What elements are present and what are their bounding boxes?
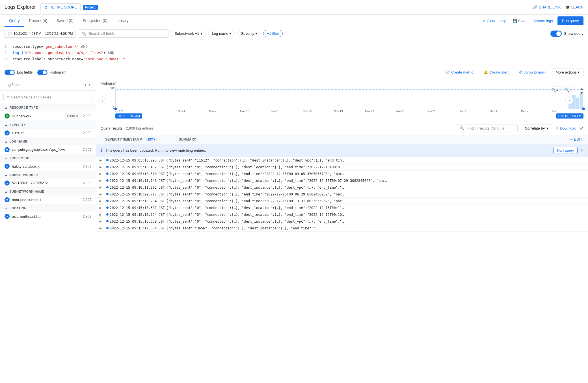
log-name-header[interactable]: ▲ LOG NAME: [0, 137, 96, 145]
histogram-title: Histogram: [101, 81, 583, 85]
row-summary: {"bytes_sent":"0", "connection":{…}, "en…: [166, 199, 585, 203]
severity-filter-chip[interactable]: Severity ▾: [237, 30, 261, 37]
log-row[interactable]: ▶ 2022-12-15 09:15:10.724 JST {"bytes_se…: [96, 211, 588, 218]
subnetwork-id-item[interactable]: ★ 5221380311728735272 2,909: [0, 179, 96, 187]
log-row[interactable]: ▶ 2022-12-15 09:15:10.381 JST {"bytes_se…: [96, 205, 588, 211]
location-item[interactable]: ★ asia-northeast1-a 2,909: [0, 212, 96, 221]
search-fields-input[interactable]: [11, 95, 89, 99]
share-icon: 🔗: [533, 5, 537, 9]
query-line-2: 2 log_id("compute.googleapis.com/vpc_flo…: [5, 50, 583, 56]
log-fields-toggle[interactable]: [5, 70, 15, 75]
subnetwork-name-item[interactable]: ★ data-poc-subnet-1 2,909: [0, 195, 96, 204]
correlate-by-button[interactable]: Correlate by ▾: [521, 124, 552, 132]
location-icon: ★: [5, 214, 10, 219]
zoom-in-button[interactable]: 🔍+: [549, 87, 561, 94]
chevron-up-icon5: ▲: [5, 173, 8, 177]
location-header[interactable]: ▲ LOCATION: [0, 204, 96, 212]
main-content: Log fields ‹ › ≡ ▲ RESOURCE TYPE ✓ Subne…: [0, 79, 588, 383]
search-all-fields-input[interactable]: [88, 31, 165, 36]
row-timestamp: 2022-12-15 09:10:29.717 JST: [110, 192, 166, 196]
default-severity-item[interactable]: ★ Default 2,909: [0, 129, 96, 137]
histogram-toggle[interactable]: [37, 70, 47, 75]
close-banner-button[interactable]: ×: [580, 148, 583, 153]
log-row[interactable]: ▶ 2022-12-15 09:05:10.510 JST {"bytes_se…: [96, 171, 588, 177]
scroll-down-button[interactable]: ▼: [580, 91, 583, 95]
log-row[interactable]: ▶ 2022-12-15 09:15:16.638 JST {"bytes_se…: [96, 218, 588, 225]
subnetwork-filter-chip[interactable]: Subnetwork +1 ▾: [171, 30, 206, 37]
stream-logs-button[interactable]: Stream logs: [531, 17, 555, 25]
plus-filter-button[interactable]: +1 filter: [263, 30, 283, 37]
subnetwork-clear[interactable]: Subnetwork Clear ×: [64, 113, 81, 119]
row-expand-icon[interactable]: ▶: [100, 226, 105, 230]
learn-button[interactable]: 🎓 LEARN: [565, 5, 583, 9]
run-query-banner-button[interactable]: Run query: [554, 147, 578, 154]
fullscreen-button[interactable]: ⤢: [580, 126, 583, 131]
row-expand-icon[interactable]: ▶: [100, 199, 105, 203]
project-badge: Project: [83, 5, 98, 10]
subnetwork-item[interactable]: ✓ Subnetwork Subnetwork Clear × 2,909: [0, 111, 96, 121]
row-expand-icon[interactable]: ▶: [100, 219, 105, 223]
subnetwork-id-header[interactable]: ▲ SUBNETWORK ID: [0, 171, 96, 179]
find-in-results-input[interactable]: [466, 126, 514, 130]
query-results-title: Query results: [101, 126, 122, 130]
refine-scope-button[interactable]: ⚙ REFINE SCOPE: [40, 3, 81, 11]
download-button[interactable]: ⬇ Download: [555, 126, 576, 130]
clear-query-button[interactable]: ⊘ Clear query: [480, 17, 508, 25]
chevron-up-icon: ▲: [5, 106, 8, 109]
panel-right-arrow[interactable]: ›: [88, 82, 91, 87]
row-expand-icon[interactable]: ▶: [100, 212, 105, 216]
tab-saved[interactable]: Saved (0): [52, 15, 78, 27]
log-row[interactable]: ▶ 2022-12-15 09:15:10.294 JST {"bytes_se…: [96, 198, 588, 205]
log-row[interactable]: ▶ 2022-12-15 09:15:17.684 JST {"bytes_se…: [96, 225, 588, 232]
row-expand-icon[interactable]: ▶: [100, 178, 105, 182]
project-id-header[interactable]: ▲ PROJECT ID: [0, 154, 96, 162]
panel-left-arrow[interactable]: ‹: [84, 82, 87, 87]
show-query-label: Show query: [564, 31, 583, 36]
tab-suggested[interactable]: Suggested (0): [78, 15, 112, 27]
row-expand-icon[interactable]: ▶: [100, 206, 105, 209]
histogram-label: Histogram: [50, 70, 66, 74]
chevron-up-icon4: ▲: [5, 156, 8, 160]
log-row[interactable]: ▶ 2022-12-15 09:10:11.746 JST {"bytes_se…: [96, 177, 588, 184]
row-expand-icon[interactable]: ▶: [100, 192, 105, 196]
tab-query[interactable]: Query: [5, 15, 24, 27]
default-count: 2,909: [83, 131, 91, 135]
col-timestamp-header[interactable]: TIMESTAMP ↑ JST ▾: [122, 137, 179, 141]
subnetwork-label: Subnetwork: [12, 114, 62, 118]
run-query-button[interactable]: Run query: [557, 16, 583, 25]
more-actions-button[interactable]: More actions ▾: [552, 68, 583, 76]
log-row[interactable]: ▶ 2022-12-15 09:10:29.717 JST {"bytes_se…: [96, 191, 588, 198]
query-editor[interactable]: 1 resource.type="gce_subnetwork" AND 2 l…: [0, 40, 588, 66]
severity-header[interactable]: ▲ SEVERITY: [0, 121, 96, 129]
log-row[interactable]: ▶ 2022-12-15 09:05:10.295 JST {"bytes_se…: [96, 157, 588, 164]
row-expand-icon[interactable]: ▶: [100, 165, 105, 169]
log-row[interactable]: ▶ 2022-12-15 09:10:11.902 JST {"bytes_se…: [96, 184, 588, 191]
subnetwork-name-header[interactable]: ▲ SUBNETWORK NAME: [0, 188, 96, 195]
log-fields-toggle-group: Log fields: [5, 70, 33, 75]
project-id-item[interactable]: ★ hakky-sandbox-jin 2,909: [0, 162, 96, 171]
create-metric-button[interactable]: 📈 Create metric: [442, 68, 476, 76]
save-icon: 💾: [513, 19, 517, 23]
row-expand-icon[interactable]: ▶: [100, 172, 105, 175]
share-link-button[interactable]: 🔗 SHARE LINK: [533, 5, 561, 9]
create-alert-button[interactable]: 🔔 Create alert: [481, 68, 511, 76]
timezone-badge[interactable]: JST ▾: [146, 137, 157, 141]
show-query-toggle[interactable]: [550, 31, 562, 37]
log-row[interactable]: ▶ 2022-12-15 09:05:10.432 JST {"bytes_se…: [96, 164, 588, 171]
tab-recent[interactable]: Recent (4): [24, 15, 52, 27]
jump-to-now-button[interactable]: ⏱ Jump to now: [516, 68, 548, 76]
row-expand-icon[interactable]: ▶: [100, 185, 105, 189]
log-name-filter-chip[interactable]: Log name ▾: [208, 30, 235, 37]
clock-now-icon: ⏱: [519, 70, 522, 74]
resource-type-header[interactable]: ▲ RESOURCE TYPE: [0, 104, 96, 111]
tab-library[interactable]: Library: [112, 15, 133, 27]
edit-columns-button[interactable]: ✏ EDIT: [567, 137, 585, 142]
save-button[interactable]: 💾 Save: [510, 17, 529, 25]
zoom-out-button[interactable]: 🔍-: [562, 87, 573, 94]
time-range-button[interactable]: 🕐 10/21/22, 4:08 PM – 12/17/22, 4:08 PM: [5, 30, 76, 38]
log-name-section: ▲ LOG NAME ★ compute.googleapis.com/vpc_…: [0, 137, 96, 154]
histogram-prev-button[interactable]: ‹: [98, 96, 106, 104]
row-expand-icon[interactable]: ▶: [100, 158, 105, 162]
scroll-up-button[interactable]: ▲: [580, 87, 583, 91]
vpc-flows-item[interactable]: ★ compute.googleapis.com/vpc_flows 2,909: [0, 145, 96, 154]
